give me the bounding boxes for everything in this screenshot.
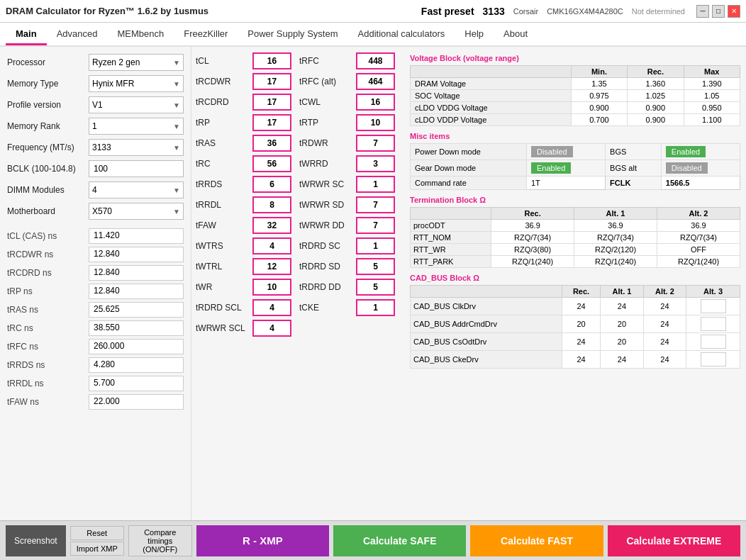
trrds-label: tRRDS bbox=[196, 179, 252, 189]
twtrl-input[interactable] bbox=[252, 258, 291, 275]
frequency-label: 3133 bbox=[483, 6, 505, 17]
trrds-input[interactable] bbox=[252, 176, 291, 193]
motherboard-value: X570 bbox=[92, 206, 112, 216]
trrdl-input[interactable] bbox=[252, 196, 291, 213]
tab-freezkiller[interactable]: FreezKiller bbox=[174, 24, 238, 45]
twrwr-dd-input[interactable] bbox=[356, 217, 395, 234]
tab-additional-calc[interactable]: Additional calculators bbox=[348, 24, 455, 45]
cad-ckedrv-alt3 bbox=[686, 351, 740, 369]
twtrs-input[interactable] bbox=[252, 237, 291, 254]
trc-input[interactable] bbox=[252, 155, 291, 172]
bottom-bar: Screenshot Reset Import XMP Compare timi… bbox=[0, 520, 746, 560]
gear-down-btn[interactable]: Enabled bbox=[531, 162, 571, 174]
table-row: CAD_BUS AddrCmdDrv 20 20 24 bbox=[411, 315, 740, 333]
memory-type-value: Hynix MFR bbox=[92, 79, 134, 89]
trcdrd-input[interactable] bbox=[252, 94, 291, 111]
cad-clkdrv-alt3-input[interactable] bbox=[701, 299, 726, 313]
trfc-input[interactable] bbox=[356, 52, 395, 69]
motherboard-select[interactable]: X570 ▼ bbox=[89, 203, 184, 220]
calculate-extreme-button[interactable]: Calculate EXTREME bbox=[608, 525, 740, 556]
frequency-select[interactable]: 3133 ▼ bbox=[89, 139, 184, 156]
tab-power-supply[interactable]: Power Supply System bbox=[238, 24, 347, 45]
import-xmp-button[interactable]: Import XMP bbox=[70, 542, 124, 556]
dram-voltage-max: 1.390 bbox=[684, 78, 740, 90]
trdrd-dd-row: tRDRD DD bbox=[299, 279, 400, 296]
left-panel: Processor Ryzen 2 gen ▼ Memory Type Hyni… bbox=[0, 47, 191, 520]
trcdwr-ns-label: tRCDWR ns bbox=[7, 250, 89, 259]
trdwr-input[interactable] bbox=[356, 135, 395, 152]
cad-addrcmd-alt3-input[interactable] bbox=[701, 317, 726, 331]
close-button[interactable]: ✕ bbox=[728, 5, 740, 18]
twrwr-sc-input[interactable] bbox=[356, 176, 395, 193]
term-col-alt2: Alt. 2 bbox=[657, 208, 740, 220]
maximize-button[interactable]: □ bbox=[712, 5, 725, 18]
twrrd-input[interactable] bbox=[356, 155, 395, 172]
rtt-wr-label: RTT_WR bbox=[411, 244, 491, 256]
motherboard-row: Motherboard X570 ▼ bbox=[7, 203, 184, 220]
trcdwr-ns-row: tRCDWR ns 12.840 bbox=[7, 247, 184, 262]
tfaw-input[interactable] bbox=[252, 217, 291, 234]
memory-rank-select[interactable]: 1 ▼ bbox=[89, 118, 184, 135]
memory-type-arrow: ▼ bbox=[173, 80, 180, 88]
tab-advanced[interactable]: Advanced bbox=[47, 24, 108, 45]
cad-csodt-alt3-input[interactable] bbox=[701, 335, 726, 349]
tcl-input[interactable] bbox=[252, 52, 291, 69]
cad-csodt-alt2: 24 bbox=[643, 333, 686, 351]
tcwl-input[interactable] bbox=[356, 94, 395, 111]
cldo-vddg-min: 0.900 bbox=[571, 102, 627, 114]
screenshot-button[interactable]: Screenshot bbox=[6, 525, 66, 556]
profile-version-value: V1 bbox=[92, 100, 103, 110]
trrds-ns-input: 4.280 bbox=[89, 357, 184, 373]
twrwr-scl-input[interactable] bbox=[252, 320, 291, 337]
bgs-alt-btn[interactable]: Disabled bbox=[666, 162, 708, 174]
trdrd-scl-input[interactable] bbox=[252, 299, 291, 316]
trdrd-sc-input[interactable] bbox=[356, 237, 395, 254]
trrdl-ns-row: tRRDL ns 5.700 bbox=[7, 376, 184, 391]
tab-main[interactable]: Main bbox=[6, 24, 47, 45]
trtp-input[interactable] bbox=[356, 114, 395, 131]
tfaw-row: tFAW bbox=[196, 217, 296, 234]
twr-input[interactable] bbox=[252, 279, 291, 296]
compare-timings-button[interactable]: Compare timings (ON/OFF) bbox=[128, 525, 192, 556]
minimize-button[interactable]: ─ bbox=[696, 5, 709, 18]
cad-col-rec: Rec. bbox=[562, 286, 600, 298]
cad-ckedrv-alt3-input[interactable] bbox=[701, 352, 726, 366]
dimm-modules-select[interactable]: 4 ▼ bbox=[89, 181, 184, 198]
tab-membench[interactable]: MEMbench bbox=[107, 24, 174, 45]
tab-about[interactable]: About bbox=[494, 24, 538, 45]
tfaw-label: tFAW bbox=[196, 220, 252, 230]
table-row: cLDO VDDG Voltage 0.900 0.900 0.950 bbox=[411, 102, 740, 114]
bclk-input[interactable]: 100 bbox=[89, 160, 184, 177]
tcl-ns-row: tCL (CAS) ns 11.420 bbox=[7, 228, 184, 244]
cldo-vddp-label: cLDO VDDP Voltage bbox=[411, 114, 572, 126]
tras-input[interactable] bbox=[252, 135, 291, 152]
memory-type-select[interactable]: Hynix MFR ▼ bbox=[89, 75, 184, 92]
power-down-btn[interactable]: Disabled bbox=[531, 146, 573, 157]
trp-input[interactable] bbox=[252, 114, 291, 131]
trfc-alt-input[interactable] bbox=[356, 73, 395, 90]
dram-voltage-label: DRAM Voltage bbox=[411, 78, 572, 90]
bgs-btn[interactable]: Enabled bbox=[666, 146, 706, 157]
calculate-fast-button[interactable]: Calculate FAST bbox=[470, 525, 603, 556]
r-xmp-button[interactable]: R - XMP bbox=[196, 525, 329, 556]
processor-select[interactable]: Ryzen 2 gen ▼ bbox=[89, 54, 184, 71]
tras-ns-input: 25.625 bbox=[89, 302, 184, 318]
trdrd-dd-input[interactable] bbox=[356, 279, 395, 296]
cldo-vddg-max: 0.950 bbox=[684, 102, 740, 114]
memory-rank-row: Memory Rank 1 ▼ bbox=[7, 118, 184, 135]
cad-clkdrv-rec: 24 bbox=[562, 298, 600, 315]
profile-version-select[interactable]: V1 ▼ bbox=[89, 96, 184, 113]
tcke-input[interactable] bbox=[356, 299, 395, 316]
window-controls[interactable]: ─ □ ✕ bbox=[696, 5, 740, 18]
trdrd-sd-input[interactable] bbox=[356, 258, 395, 275]
tab-help[interactable]: Help bbox=[455, 24, 494, 45]
calculate-safe-button[interactable]: Calculate SAFE bbox=[333, 525, 466, 556]
rtt-park-rec: RZQ/1(240) bbox=[491, 256, 574, 268]
term-col-rec: Rec. bbox=[491, 208, 574, 220]
twrwr-sd-input[interactable] bbox=[356, 196, 395, 213]
main-content: Processor Ryzen 2 gen ▼ Memory Type Hyni… bbox=[0, 47, 746, 520]
reset-button[interactable]: Reset bbox=[70, 526, 124, 540]
cad-clkdrv-alt2: 24 bbox=[643, 298, 686, 315]
voltage-col-rec: Rec. bbox=[628, 66, 684, 78]
trcdwr-input[interactable] bbox=[252, 73, 291, 90]
